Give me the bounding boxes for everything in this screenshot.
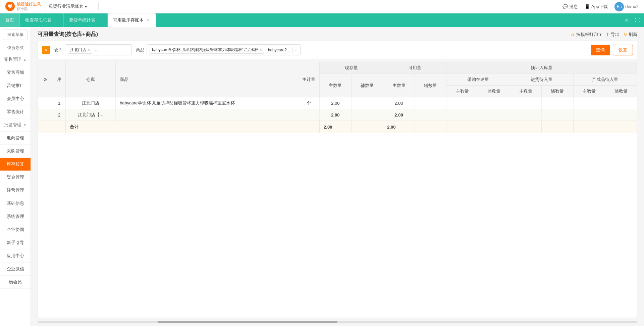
print-icon: 🖨: [571, 32, 575, 37]
warehouse-tag: 江北门店 ×: [68, 46, 92, 54]
col-settings-header[interactable]: ⚙: [38, 62, 53, 97]
col-goods-pending-sub: 辅数量: [542, 86, 574, 97]
filter-expand-btn[interactable]: »: [42, 46, 50, 54]
sidebar-item-vip[interactable]: 畅会员: [0, 276, 31, 289]
footer-prod-pending-sub: [605, 121, 637, 133]
product-label: 商品: [136, 47, 145, 53]
cell-unit: 个: [298, 97, 320, 109]
sidebar-item-basic-info[interactable]: 基础信息: [0, 197, 31, 210]
industry-selector[interactable]: 母婴行业演示账套 ▾: [45, 2, 99, 11]
sidebar: 搜索菜单 快捷导航 零售管理 ▲ 零售商城 营销推广 会员中心 零售统计 批发管…: [0, 27, 31, 326]
col-pur-transit-group: 采购在途量: [446, 74, 510, 86]
refresh-btn[interactable]: ↻ 刷新: [624, 32, 637, 38]
download-label: App下载: [591, 4, 608, 10]
col-available-group-header: 可用量: [383, 62, 446, 74]
sidebar-item-new-guide[interactable]: 新手引导: [0, 236, 31, 249]
sidebar-item-wechat[interactable]: 企业微信: [0, 263, 31, 276]
cell-goods-pending-main: [510, 109, 542, 121]
cell-settings: [38, 97, 53, 109]
filter-actions: 查询 设置: [591, 45, 633, 55]
cell-unit: [298, 109, 320, 121]
sidebar-item-enterprise[interactable]: 企业协同: [0, 223, 31, 236]
cell-pur-transit-main: [446, 97, 478, 109]
message-label: 消息: [569, 4, 578, 10]
table-row: 1 江北门店 babycare学饮杯 儿童防摔防撞吸管杯重力球吸嘴杯宝宝水杯 个…: [38, 97, 637, 109]
sidebar-item-retail-shop[interactable]: 零售商城: [0, 66, 31, 79]
product-input[interactable]: babycare学饮杯 儿童防摔防撞吸管杯重力球吸嘴杯宝宝水杯 × babyca…: [147, 44, 301, 55]
template-print-label: 按模板打印: [576, 32, 598, 38]
warehouse-input[interactable]: 江北门店 × ···: [65, 44, 132, 55]
warehouse-filter: 仓库 江北门店 × ···: [54, 44, 132, 55]
page-title: 可用量查询(按仓库+商品): [38, 31, 98, 38]
cell-goods-pending-sub: [542, 97, 574, 109]
cell-goods-pending-main: [510, 97, 542, 109]
download-action[interactable]: 📱 App下载: [585, 4, 608, 10]
nav-expand-btn[interactable]: ⛶: [633, 16, 641, 24]
cell-stock-main: 2.00: [320, 97, 352, 109]
sidebar-item-wholesale-mgmt[interactable]: 批发管理 ▼: [0, 119, 31, 132]
export-btn[interactable]: ⬆ 导出: [606, 32, 620, 38]
logo-icon: 畅: [5, 2, 15, 11]
chevron-down-icon: ▾: [85, 4, 87, 9]
sidebar-item-member[interactable]: 会员中心: [0, 92, 31, 105]
sidebar-item-inventory[interactable]: 库存核算: [0, 158, 31, 171]
cell-warehouse: 江北门店【...: [66, 109, 116, 121]
refresh-label: 刷新: [629, 32, 637, 38]
logo-text: 畅捷通好生意: [17, 2, 41, 6]
cell-stock-main: 2.00: [320, 109, 352, 121]
cell-pur-transit-main: [446, 109, 478, 121]
sidebar-quick-nav[interactable]: 快捷导航: [0, 43, 31, 53]
tab-order-stats-close[interactable]: ×: [97, 18, 102, 22]
warehouse-tag-remove[interactable]: ×: [88, 48, 90, 52]
export-label: 导出: [611, 32, 620, 38]
product-tag1: babycare学饮杯 儿童防摔防撞吸管杯重力球吸嘴杯宝宝水杯 ×: [150, 46, 264, 54]
industry-name: 母婴行业演示账套: [49, 3, 84, 9]
sidebar-item-purchase[interactable]: 采购管理: [0, 145, 31, 158]
tab-available-stock-close[interactable]: ×: [146, 18, 150, 22]
horizontal-scrollbar[interactable]: [38, 319, 637, 325]
chevron-up-icon: ▲: [23, 58, 26, 61]
nav-right-controls: ✕ ⛶: [620, 13, 644, 27]
scrollbar-thumb[interactable]: [158, 321, 337, 323]
product-tag1-remove[interactable]: ×: [260, 48, 262, 52]
sidebar-item-retail-stats[interactable]: 零售统计: [0, 105, 31, 119]
sidebar-item-operation[interactable]: 经营管理: [0, 184, 31, 197]
page-actions: 🖨 按模板打印 ▾ ⬆ 导出 ↻ 刷新: [571, 32, 637, 38]
sidebar-item-ecommerce[interactable]: 电商管理: [0, 132, 31, 145]
cell-avail-main: 2.00: [383, 109, 415, 121]
sidebar-item-label: 采购管理: [7, 148, 24, 154]
tab-receivable-label: 收发存汇总表: [25, 17, 51, 23]
search-menu-button[interactable]: 搜索菜单: [3, 30, 28, 40]
tab-order-stats[interactable]: 要货单统计表 ×: [64, 13, 108, 27]
main-table: ⚙ 序 仓库 商品 主计量 现存量 可用量 预计入库量 主数量 辅数量 主数量: [38, 62, 637, 133]
tab-available-stock[interactable]: 可用量库存账本 ×: [108, 13, 156, 27]
nav-close-btn[interactable]: ✕: [623, 16, 631, 24]
footer-settings: [38, 121, 53, 133]
warehouse-label: 仓库: [54, 47, 63, 53]
tab-receivable[interactable]: 收发存汇总表 ×: [20, 13, 64, 27]
cell-no: 2: [53, 109, 66, 121]
sidebar-item-system[interactable]: 系统管理: [0, 210, 31, 223]
sidebar-item-label: 企业协同: [7, 227, 24, 233]
sidebar-item-retail-mgmt[interactable]: 零售管理 ▲: [0, 53, 31, 66]
sidebar-item-marketing[interactable]: 营销推广: [0, 79, 31, 92]
query-button[interactable]: 查询: [591, 45, 610, 55]
sidebar-item-label: 畅会员: [9, 279, 22, 285]
sidebar-item-label: 应用中心: [7, 253, 24, 259]
column-settings-icon[interactable]: ⚙: [42, 76, 49, 83]
template-print-btn[interactable]: 🖨 按模板打印 ▾: [571, 32, 602, 38]
sidebar-item-finance[interactable]: 资金管理: [0, 171, 31, 184]
sidebar-item-app-center[interactable]: 应用中心: [0, 249, 31, 263]
settings-button[interactable]: 设置: [613, 45, 633, 55]
message-action[interactable]: 💬 消息: [562, 4, 578, 10]
sidebar-item-label: 企业微信: [7, 266, 24, 272]
col-prod-pending-sub: 辅数量: [605, 86, 637, 97]
tab-receivable-close[interactable]: ×: [53, 18, 58, 22]
col-prod-pending-main: 主数量: [573, 86, 605, 97]
user-action[interactable]: Ea demo2: [614, 2, 639, 11]
sidebar-item-label: 电商管理: [7, 135, 24, 141]
sidebar-item-label: 零售统计: [7, 109, 24, 115]
tab-home[interactable]: 首页: [0, 13, 20, 27]
page-header: 可用量查询(按仓库+商品) 🖨 按模板打印 ▾ ⬆ 导出 ↻ 刷新: [31, 27, 644, 41]
tab-home-label: 首页: [5, 17, 14, 23]
